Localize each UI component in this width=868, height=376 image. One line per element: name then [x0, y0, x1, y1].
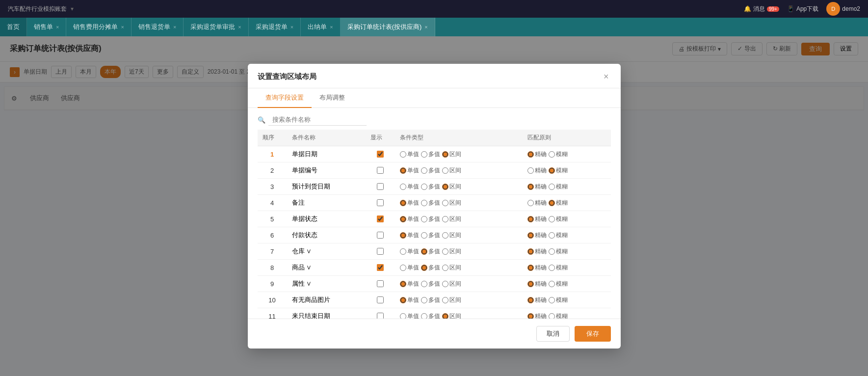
- match-radio-label[interactable]: 模糊: [549, 166, 568, 175]
- match-radio[interactable]: [549, 248, 555, 255]
- type-radio[interactable]: [421, 297, 427, 303]
- match-radio[interactable]: [527, 167, 534, 174]
- cancel-button[interactable]: 取消: [536, 326, 570, 342]
- modal-tab-query-fields[interactable]: 查询字段设置: [258, 88, 312, 108]
- type-radio[interactable]: [442, 232, 448, 239]
- type-radio[interactable]: [400, 167, 406, 174]
- match-radio-label[interactable]: 模糊: [549, 150, 568, 159]
- type-radio[interactable]: [442, 151, 448, 158]
- type-radio[interactable]: [421, 216, 427, 222]
- type-radio[interactable]: [400, 200, 406, 206]
- type-radio-label[interactable]: 单值: [400, 183, 419, 191]
- tab-sales-order[interactable]: 销售单 ×: [27, 18, 66, 36]
- match-radio[interactable]: [527, 297, 534, 303]
- type-radio-label[interactable]: 单值: [400, 166, 419, 175]
- match-radio[interactable]: [549, 313, 555, 319]
- match-radio[interactable]: [549, 184, 555, 190]
- type-radio[interactable]: [442, 281, 448, 287]
- type-radio[interactable]: [442, 265, 448, 271]
- type-radio-label[interactable]: 单值: [400, 264, 419, 272]
- type-radio-label[interactable]: 区间: [442, 215, 461, 223]
- save-button[interactable]: 保存: [575, 326, 611, 342]
- type-radio[interactable]: [400, 281, 406, 287]
- type-radio[interactable]: [400, 265, 406, 271]
- close-tab-purchase-return[interactable]: ×: [290, 24, 293, 30]
- type-radio-label[interactable]: 区间: [442, 247, 461, 256]
- type-radio[interactable]: [421, 232, 427, 239]
- type-radio[interactable]: [421, 200, 427, 206]
- display-checkbox[interactable]: [377, 167, 384, 174]
- tab-purchase-return[interactable]: 采购退货单 ×: [249, 18, 301, 36]
- type-radio-label[interactable]: 多值: [421, 150, 440, 159]
- match-radio[interactable]: [527, 200, 534, 206]
- tab-sales-return[interactable]: 销售退货单 ×: [132, 18, 184, 36]
- match-radio-label[interactable]: 精确: [527, 296, 547, 304]
- match-radio-label[interactable]: 精确: [527, 166, 547, 175]
- type-radio-label[interactable]: 多值: [421, 312, 440, 319]
- type-radio-label[interactable]: 区间: [442, 199, 461, 207]
- type-radio-label[interactable]: 单值: [400, 296, 419, 304]
- match-radio[interactable]: [549, 216, 555, 222]
- match-radio[interactable]: [527, 232, 534, 239]
- type-radio[interactable]: [421, 265, 427, 271]
- type-radio[interactable]: [400, 184, 406, 190]
- tab-purchase-return-approval[interactable]: 采购退货单审批 ×: [184, 18, 248, 36]
- match-radio-label[interactable]: 模糊: [549, 312, 568, 319]
- type-radio[interactable]: [400, 216, 406, 222]
- type-radio-label[interactable]: 单值: [400, 312, 419, 319]
- type-radio[interactable]: [400, 151, 406, 158]
- match-radio[interactable]: [549, 281, 555, 287]
- tab-sales-expense[interactable]: 销售费用分摊单 ×: [66, 18, 131, 36]
- search-input[interactable]: [268, 114, 367, 126]
- display-checkbox[interactable]: [377, 280, 384, 287]
- notification-btn[interactable]: 🔔 消息 99+: [744, 5, 779, 13]
- type-radio-label[interactable]: 多值: [421, 199, 440, 207]
- type-radio[interactable]: [442, 313, 448, 319]
- match-radio[interactable]: [549, 167, 555, 174]
- match-radio-label[interactable]: 精确: [527, 280, 547, 288]
- match-radio-label[interactable]: 精确: [527, 231, 547, 240]
- close-tab-cashier[interactable]: ×: [330, 24, 333, 30]
- close-tab-purchase-return-approval[interactable]: ×: [238, 24, 241, 30]
- display-checkbox[interactable]: [377, 313, 384, 319]
- modal-close-button[interactable]: ×: [602, 72, 611, 82]
- type-radio-label[interactable]: 单值: [400, 150, 419, 159]
- match-radio-label[interactable]: 模糊: [549, 183, 568, 191]
- match-radio-label[interactable]: 模糊: [549, 231, 568, 240]
- type-radio-label[interactable]: 多值: [421, 231, 440, 240]
- match-radio-label[interactable]: 模糊: [549, 264, 568, 272]
- match-radio-label[interactable]: 精确: [527, 199, 547, 207]
- type-radio-label[interactable]: 单值: [400, 215, 419, 223]
- match-radio[interactable]: [527, 248, 534, 255]
- match-radio[interactable]: [527, 216, 534, 222]
- type-radio-label[interactable]: 区间: [442, 264, 461, 272]
- display-checkbox[interactable]: [377, 296, 384, 303]
- modal-tab-layout[interactable]: 布局调整: [312, 88, 353, 108]
- type-radio-label[interactable]: 区间: [442, 280, 461, 288]
- type-radio[interactable]: [421, 248, 427, 255]
- match-radio[interactable]: [549, 265, 555, 271]
- tab-purchase-stats[interactable]: 采购订单统计表(按供应商) ×: [341, 18, 435, 36]
- match-radio-label[interactable]: 模糊: [549, 247, 568, 256]
- match-radio[interactable]: [549, 200, 555, 206]
- type-radio[interactable]: [400, 297, 406, 303]
- type-radio-label[interactable]: 多值: [421, 183, 440, 191]
- type-radio[interactable]: [400, 232, 406, 239]
- type-radio-label[interactable]: 区间: [442, 296, 461, 304]
- match-radio[interactable]: [527, 151, 534, 158]
- type-radio[interactable]: [442, 200, 448, 206]
- match-radio[interactable]: [527, 265, 534, 271]
- type-radio[interactable]: [421, 151, 427, 158]
- type-radio-label[interactable]: 多值: [421, 247, 440, 256]
- type-radio-label[interactable]: 多值: [421, 296, 440, 304]
- match-radio-label[interactable]: 精确: [527, 247, 547, 256]
- type-radio[interactable]: [421, 167, 427, 174]
- type-radio-label[interactable]: 区间: [442, 150, 461, 159]
- type-radio[interactable]: [400, 313, 406, 319]
- type-radio[interactable]: [442, 248, 448, 255]
- type-radio-label[interactable]: 单值: [400, 247, 419, 256]
- close-tab-purchase-stats[interactable]: ×: [424, 24, 427, 30]
- type-radio[interactable]: [442, 216, 448, 222]
- match-radio-label[interactable]: 精确: [527, 264, 547, 272]
- display-checkbox[interactable]: [377, 151, 384, 158]
